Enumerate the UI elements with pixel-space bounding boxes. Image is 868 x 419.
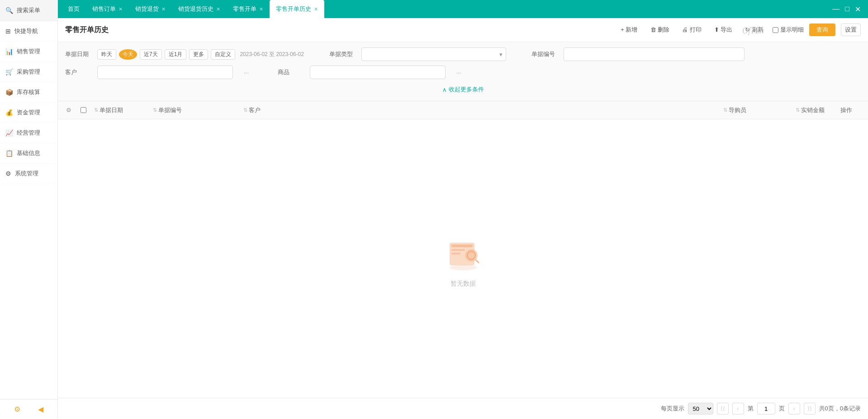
page-label: 第	[748, 405, 754, 413]
empty-state: 暂无数据	[58, 119, 868, 398]
content-area: 零售开单历史 + 新增 🗑 删除 🖨 打印 ⬆ 导出 ↻ 刷新 显示明细 查询 …	[58, 18, 868, 419]
show-detail-checkbox[interactable]: 显示明细	[773, 26, 804, 34]
tab-retail-open-history[interactable]: 零售开单历史✕	[270, 0, 324, 18]
per-page-label: 每页显示	[661, 405, 684, 413]
sidebar-item-sales-mgmt[interactable]: 📊销售管理	[0, 42, 57, 62]
date-btn-1month[interactable]: 近1月	[165, 49, 187, 60]
date-btn-more[interactable]: 更多	[189, 49, 208, 60]
tab-label-sales-return-history: 销货退货历史	[178, 5, 213, 13]
customer-ellipsis[interactable]: ···	[240, 69, 252, 76]
settings-bottom-icon[interactable]: ⚙	[14, 405, 20, 414]
minimize-button[interactable]: —	[832, 5, 840, 13]
filter-collapse-row: ∧ 收起更多条件	[65, 84, 861, 95]
sidebar-item-inventory[interactable]: 📦库存核算	[0, 82, 57, 103]
number-filter-input[interactable]	[564, 47, 745, 61]
type-filter-label: 单据类型	[329, 50, 354, 58]
add-button[interactable]: + 新增	[617, 24, 641, 36]
first-page-button[interactable]: ⟨⟨	[717, 403, 729, 414]
maximize-button[interactable]: □	[845, 5, 849, 13]
customer-filter-input[interactable]	[97, 66, 233, 79]
number-filter-label: 单据编号	[531, 50, 556, 58]
settings-button[interactable]: 设置	[841, 24, 861, 36]
svg-rect-2	[451, 245, 473, 247]
col-sort-icon-number: ⇅	[153, 107, 157, 113]
query-button[interactable]: 查询	[809, 24, 835, 36]
table-area: ⚙ ⇅ 单据日期 ⇅ 单据编号 ⇅ 客户 ⇅ 导购员	[58, 101, 868, 398]
empty-text: 暂无数据	[451, 280, 476, 288]
table-select-all[interactable]	[76, 107, 90, 113]
sidebar-item-purchase-mgmt[interactable]: 🛒采购管理	[0, 62, 57, 82]
col-header-customer[interactable]: ⇅ 客户	[240, 106, 720, 114]
tab-bar: 首页销售订单✕销货退货✕销货退货历史✕零售开单✕零售开单历史✕ — □ ✕	[58, 0, 868, 18]
per-page-select[interactable]: 50 100 200	[688, 403, 713, 414]
sidebar-item-system-mgmt[interactable]: ⚙系统管理	[0, 164, 57, 184]
collapse-chevron-icon: ∧	[442, 86, 447, 93]
page-input[interactable]	[757, 403, 775, 414]
main-area: 首页销售订单✕销货退货✕销货退货历史✕零售开单✕零售开单历史✕ — □ ✕ 零售…	[58, 0, 868, 419]
svg-line-7	[476, 260, 479, 263]
type-filter-select-wrap: ▾	[361, 47, 506, 61]
date-btn-yesterday[interactable]: 昨天	[97, 49, 116, 60]
toolbar: + 新增 🗑 删除 🖨 打印 ⬆ 导出 ↻ 刷新 显示明细 查询 设置	[617, 24, 861, 36]
sidebar-item-operations[interactable]: 📈经营管理	[0, 123, 57, 143]
col-header-amount[interactable]: ⇅ 实销金额	[774, 106, 828, 114]
filter-row-2: 客户 ··· 商品 ···	[65, 66, 861, 79]
prev-page-button[interactable]: ‹	[732, 403, 744, 414]
empty-illustration	[441, 229, 486, 274]
collapse-sidebar-icon[interactable]: ◀	[38, 405, 43, 414]
last-page-button[interactable]: ⟩⟩	[804, 403, 816, 414]
tab-sales-order[interactable]: 销售订单✕	[86, 0, 129, 18]
show-detail-input[interactable]	[773, 27, 778, 33]
col-header-number[interactable]: ⇅ 单据编号	[149, 106, 240, 114]
date-btn-today[interactable]: 今天	[119, 49, 137, 60]
product-filter-input[interactable]	[310, 66, 446, 79]
col-sort-icon-salesman: ⇅	[723, 107, 727, 113]
customer-filter-label: 客户	[65, 68, 90, 76]
tab-label-retail-open: 零售开单	[233, 5, 256, 13]
table-settings-icon[interactable]: ⚙	[62, 107, 76, 113]
col-sort-icon-date: ⇅	[94, 107, 98, 113]
tab-close-sales-return-history[interactable]: ✕	[216, 6, 220, 12]
refresh-button[interactable]: ↻ 刷新	[741, 24, 767, 36]
date-btn-7days[interactable]: 近7天	[140, 49, 162, 60]
sidebar-item-finance[interactable]: 💰资金管理	[0, 103, 57, 123]
sidebar-icon-sales-mgmt: 📊	[5, 48, 13, 55]
sidebar-item-basic-info[interactable]: 📋基础信息	[0, 143, 57, 164]
collapse-button[interactable]: ∧ 收起更多条件	[442, 84, 484, 95]
tab-close-sales-return[interactable]: ✕	[161, 6, 166, 12]
tab-home[interactable]: 首页	[62, 0, 86, 18]
date-btn-custom[interactable]: 自定义	[211, 49, 235, 60]
col-sort-icon-customer: ⇅	[243, 107, 247, 113]
sidebar-icon-quick-nav: ⊞	[5, 28, 11, 35]
date-range-text: 2023-06-02 至 2023-06-02	[240, 51, 304, 58]
tab-close-retail-open-history[interactable]: ✕	[314, 6, 318, 12]
print-button[interactable]: 🖨 打印	[678, 24, 705, 36]
date-filter-label: 单据日期	[65, 50, 90, 58]
select-all-checkbox[interactable]	[81, 107, 86, 113]
tab-sales-return[interactable]: 销货退货✕	[129, 0, 172, 18]
page-header: 零售开单历史 + 新增 🗑 删除 🖨 打印 ⬆ 导出 ↻ 刷新 显示明细 查询 …	[58, 18, 868, 42]
product-ellipsis[interactable]: ···	[453, 69, 465, 76]
sidebar-item-quick-nav[interactable]: ⊞快捷导航	[0, 21, 57, 42]
filter-area: 单据日期 昨天 今天 近7天 近1月 更多 自定义 2023-06-02 至 2…	[58, 42, 868, 101]
table-header: ⚙ ⇅ 单据日期 ⇅ 单据编号 ⇅ 客户 ⇅ 导购员	[58, 101, 868, 119]
pagination-info: 共0页，0条记录	[819, 405, 861, 413]
next-page-button[interactable]: ›	[788, 403, 800, 414]
sidebar-bottom: ⚙ ◀	[0, 399, 57, 419]
tab-sales-return-history[interactable]: 销货退货历史✕	[172, 0, 227, 18]
tab-label-retail-open-history: 零售开单历史	[276, 5, 311, 13]
delete-button[interactable]: 🗑 删除	[647, 24, 674, 36]
close-button[interactable]: ✕	[855, 5, 861, 14]
col-header-salesman[interactable]: ⇅ 导购员	[720, 106, 774, 114]
type-filter-select[interactable]	[361, 47, 506, 61]
tab-retail-open[interactable]: 零售开单✕	[227, 0, 270, 18]
tab-close-retail-open[interactable]: ✕	[259, 6, 263, 12]
sidebar-icon-system-mgmt: ⚙	[5, 170, 11, 177]
page-title: 零售开单历史	[65, 25, 617, 35]
sidebar-search-label: 搜索采单	[17, 6, 40, 14]
tab-close-sales-order[interactable]: ✕	[119, 6, 123, 12]
sidebar-icon-finance: 💰	[5, 109, 13, 116]
export-button[interactable]: ⬆ 导出	[711, 24, 736, 36]
sidebar-search[interactable]: 🔍 搜索采单	[0, 0, 57, 21]
col-header-date[interactable]: ⇅ 单据日期	[90, 106, 149, 114]
